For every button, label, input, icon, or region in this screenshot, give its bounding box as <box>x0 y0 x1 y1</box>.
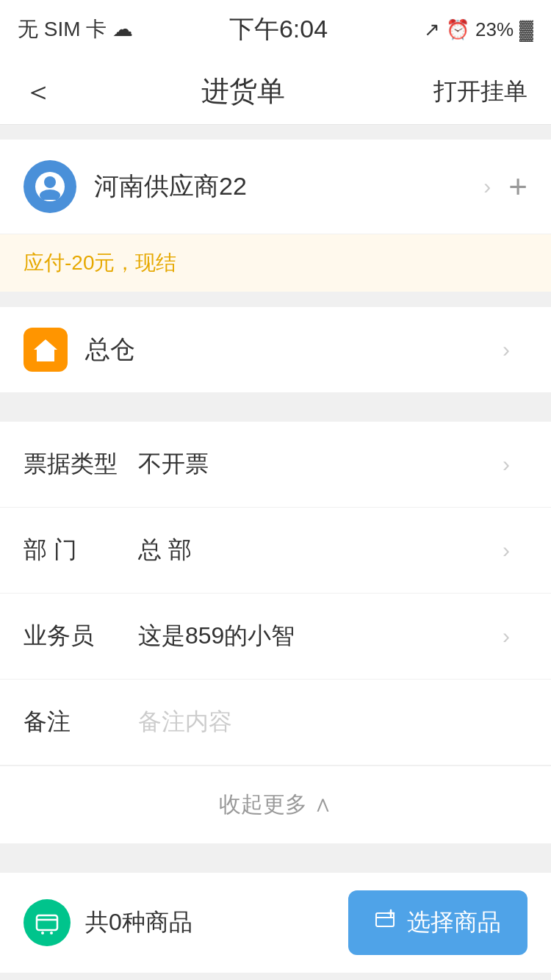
warehouse-icon <box>24 328 68 372</box>
salesperson-chevron-icon: › <box>503 624 510 649</box>
select-product-label: 选择商品 <box>407 907 501 939</box>
status-right: ↗ ⏰ 23% ▓ <box>424 18 533 41</box>
top-divider <box>0 125 551 140</box>
department-row[interactable]: 部 门 总 部 › <box>0 508 551 594</box>
warehouse-section: 总仓 › <box>0 307 551 392</box>
supplier-name: 河南供应商22 <box>94 170 483 203</box>
supplier-section: 河南供应商22 › + 应付-20元，现结 <box>0 140 551 292</box>
invoice-type-chevron-icon: › <box>503 452 510 477</box>
salesperson-label: 业务员 <box>24 620 126 652</box>
status-bar: 无 SIM 卡 ☁ 下午6:04 ↗ ⏰ 23% ▓ <box>0 0 551 59</box>
remark-label: 备注 <box>24 706 126 738</box>
battery-label: 23% <box>475 18 514 41</box>
svg-point-1 <box>40 190 60 200</box>
notice-text: 应付-20元，现结 <box>24 251 176 274</box>
cart-svg-icon <box>34 909 60 936</box>
select-cart-icon <box>375 909 398 932</box>
product-count-label: 共0种商品 <box>85 907 348 939</box>
svg-point-5 <box>50 932 53 934</box>
svg-marker-2 <box>34 339 57 361</box>
invoice-type-row[interactable]: 票据类型 不开票 › <box>0 422 551 508</box>
svg-point-0 <box>44 176 56 188</box>
warehouse-name: 总仓 <box>85 333 503 367</box>
sim-wifi-label: 无 SIM 卡 ☁ <box>18 15 133 43</box>
remark-row[interactable]: 备注 备注内容 <box>0 680 551 765</box>
form-section: 票据类型 不开票 › 部 门 总 部 › 业务员 这是859的小智 › 备注 备… <box>0 422 551 843</box>
mid-divider-2 <box>0 392 551 407</box>
chevron-right-icon: › <box>483 174 491 199</box>
status-left: 无 SIM 卡 ☁ <box>18 15 133 43</box>
background-fill <box>0 973 551 980</box>
user-svg-icon <box>37 173 63 200</box>
select-btn-icon <box>375 909 398 937</box>
bottom-divider <box>0 843 551 858</box>
add-icon[interactable]: + <box>508 168 527 205</box>
warehouse-chevron-icon: › <box>503 337 510 362</box>
bottom-product-bar: 共0种商品 选择商品 <box>0 873 551 973</box>
avatar-icon <box>35 172 65 201</box>
avatar <box>24 160 76 213</box>
department-chevron-icon: › <box>503 538 510 563</box>
collapse-button[interactable]: 收起更多 ∧ <box>0 765 551 843</box>
nav-bar: ＜ 进货单 打开挂单 <box>0 59 551 125</box>
salesperson-row[interactable]: 业务员 这是859的小智 › <box>0 594 551 680</box>
page-title: 进货单 <box>201 73 285 110</box>
notice-banner: 应付-20元，现结 <box>0 234 551 292</box>
salesperson-value: 这是859的小智 <box>126 620 503 652</box>
supplier-row[interactable]: 河南供应商22 › + <box>0 140 551 234</box>
location-icon: ↗ <box>424 18 440 41</box>
battery-icon: ▓ <box>519 18 533 41</box>
home-svg-icon <box>32 336 59 363</box>
department-value: 总 部 <box>126 534 503 566</box>
alarm-icon: ⏰ <box>446 18 469 41</box>
warehouse-row[interactable]: 总仓 › <box>0 307 551 392</box>
status-time: 下午6:04 <box>229 12 328 46</box>
invoice-type-label: 票据类型 <box>24 448 126 480</box>
department-label: 部 门 <box>24 534 126 566</box>
product-icon <box>24 899 71 946</box>
svg-point-4 <box>41 932 44 934</box>
invoice-type-value: 不开票 <box>126 448 503 480</box>
remark-input[interactable]: 备注内容 <box>126 706 527 738</box>
back-button[interactable]: ＜ <box>24 71 53 112</box>
svg-rect-3 <box>37 915 57 930</box>
select-product-button[interactable]: 选择商品 <box>348 890 527 955</box>
mid-divider-1 <box>0 292 551 307</box>
open-pending-button[interactable]: 打开挂单 <box>433 76 527 108</box>
